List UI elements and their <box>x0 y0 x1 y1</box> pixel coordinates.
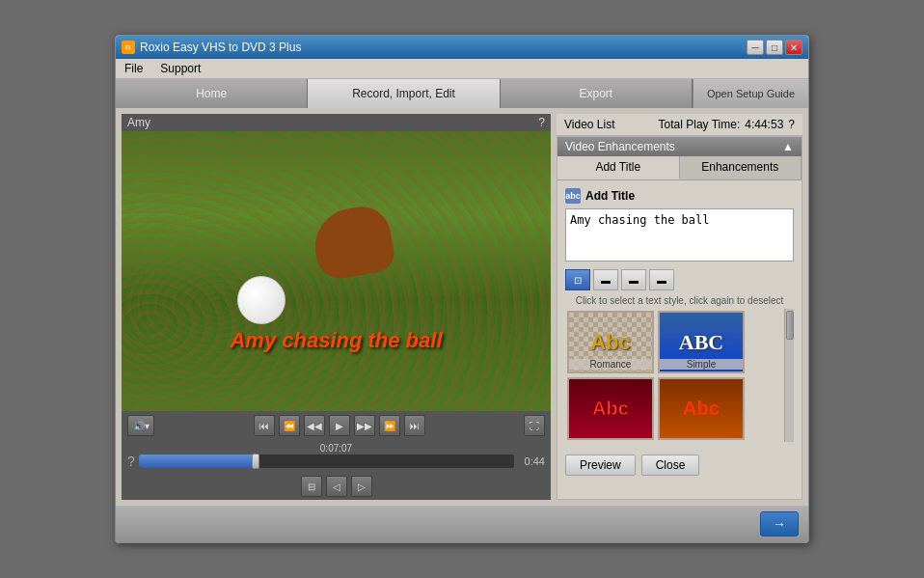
maximize-button[interactable]: □ <box>766 40 783 55</box>
simple-content: ABC <box>660 313 743 372</box>
next-icon: → <box>773 516 786 532</box>
title-controls: ─ □ ✕ <box>747 40 802 55</box>
click-hint: Click to select a text style, click agai… <box>565 295 794 306</box>
enhancements-tabs: Add Title Enhancements <box>557 156 802 180</box>
style4-content: Abc <box>660 379 743 438</box>
tab-record-import-edit[interactable]: Record, Import, Edit <box>308 79 500 108</box>
fwd-frame-button[interactable]: ⏩ <box>379 415 400 436</box>
window-title: Roxio Easy VHS to DVD 3 Plus <box>140 41 301 54</box>
total-play-time-value: 4:44:53 <box>745 118 783 131</box>
skip-fwd-button[interactable]: ⏭ <box>404 415 425 436</box>
ball <box>237 276 285 324</box>
video-help-icon[interactable]: ? <box>538 116 545 129</box>
tab-add-title[interactable]: Add Title <box>557 156 680 179</box>
title-input[interactable]: Amy chasing the ball <box>565 208 794 261</box>
add-title-label: Add Title <box>585 189 635 203</box>
open-setup-guide-button[interactable]: Open Setup Guide <box>693 79 808 108</box>
right-panel: Video List Total Play Time: 4:44:53 ? Vi… <box>557 114 802 500</box>
minimize-button[interactable]: ─ <box>747 40 764 55</box>
style3-content: Abc <box>569 379 652 438</box>
chapter-fwd-button[interactable]: ▷ <box>351 476 372 497</box>
close-button[interactable]: ✕ <box>785 40 802 55</box>
style-grid: Abc Romance ABC S <box>565 309 784 442</box>
add-title-header: abc Add Title <box>565 188 794 204</box>
collapse-icon[interactable]: ▲ <box>782 140 794 153</box>
position-buttons: ⊡ ▬ ▬ ▬ <box>565 269 794 290</box>
tab-home[interactable]: Home <box>116 79 308 108</box>
menu-bar: File Support <box>116 59 808 79</box>
chapter-back-button[interactable]: ◁ <box>326 476 347 497</box>
forward-button[interactable]: ▶▶ <box>354 415 375 436</box>
app-icon: R <box>122 41 135 54</box>
next-button[interactable]: → <box>760 511 799 537</box>
style-card-romance[interactable]: Abc Romance <box>567 311 654 373</box>
position-top-center[interactable]: ▬ <box>593 269 618 290</box>
preview-button[interactable]: Preview <box>565 454 636 476</box>
bottom-controls: ⊟ ◁ ▷ <box>122 473 551 500</box>
timeline-help-icon[interactable]: ? <box>127 454 135 469</box>
title-bar: R Roxio Easy VHS to DVD 3 Plus ─ □ ✕ <box>116 36 808 59</box>
enhancements-header: Video Enhancements ▲ <box>557 137 802 156</box>
romance-abc: Abc <box>590 330 631 355</box>
style-card-3[interactable]: Abc <box>567 377 654 440</box>
video-controls-bar: 🔊▾ ⏮ ⏪ ◀◀ ▶ ▶▶ ⏩ ⏭ ⛶ <box>122 411 551 440</box>
video-list-header: Video List Total Play Time: 4:44:53 ? <box>557 114 802 136</box>
video-display: Amy chasing the ball <box>122 131 551 411</box>
style-cards-container: Abc Romance ABC S <box>565 309 784 442</box>
add-title-section: abc Add Title Amy chasing the ball ⊡ ▬ ▬… <box>557 180 802 450</box>
main-window: R Roxio Easy VHS to DVD 3 Plus ─ □ ✕ Fil… <box>115 35 809 543</box>
close-panel-button[interactable]: Close <box>641 454 700 476</box>
volume-button[interactable]: 🔊▾ <box>127 415 154 436</box>
time-display: 0:07:07 <box>127 442 545 454</box>
timeline-bar[interactable] <box>139 454 514 468</box>
romance-content: Abc <box>569 313 652 372</box>
enhancements-title: Video Enhancements <box>565 140 675 153</box>
total-play-time-label: Total Play Time: <box>659 118 741 131</box>
position-top-left[interactable]: ⊡ <box>565 269 590 290</box>
video-label: Amy <box>127 116 150 129</box>
panel-footer: Preview Close <box>557 450 802 481</box>
add-title-icon-text: abc <box>565 191 581 201</box>
video-overlay-text: Amy chasing the ball <box>230 328 442 353</box>
style-card-4[interactable]: Abc <box>658 377 745 440</box>
position-bottom-center[interactable]: ▬ <box>621 269 646 290</box>
simple-abc: ABC <box>679 330 723 355</box>
add-title-icon: abc <box>565 188 581 204</box>
tab-enhancements[interactable]: Enhancements <box>680 156 802 179</box>
menu-file[interactable]: File <box>122 61 146 76</box>
title-bar-left: R Roxio Easy VHS to DVD 3 Plus <box>122 41 301 54</box>
video-list-help-icon[interactable]: ? <box>788 118 795 131</box>
main-content: Amy ? Amy chasing the ball 🔊▾ ⏮ ⏪ ◀◀ <box>116 108 808 506</box>
video-header: Amy ? <box>122 114 551 131</box>
timeline-row: ? 0:44 <box>127 454 545 469</box>
style4-abc: Abc <box>683 398 720 420</box>
enhancements-panel: Video Enhancements ▲ Add Title Enhanceme… <box>557 136 802 500</box>
fullscreen-button[interactable]: ⛶ <box>524 415 545 436</box>
video-panel: Amy ? Amy chasing the ball 🔊▾ ⏮ ⏪ ◀◀ <box>122 114 551 500</box>
nav-tabs: Home Record, Import, Edit Export Open Se… <box>116 79 808 108</box>
position-bottom-right[interactable]: ▬ <box>649 269 674 290</box>
menu-support[interactable]: Support <box>157 61 204 76</box>
style-row: Abc Romance ABC S <box>565 309 794 442</box>
skip-back-button[interactable]: ⏮ <box>254 415 275 436</box>
style3-abc: Abc <box>592 398 629 420</box>
back-frame-button[interactable]: ⏪ <box>279 415 300 436</box>
rewind-button[interactable]: ◀◀ <box>304 415 325 436</box>
style-scrollbar <box>784 309 794 442</box>
scrollbar-thumb[interactable] <box>786 311 794 340</box>
timeline-area: 0:07:07 ? 0:44 <box>122 440 551 473</box>
tab-export[interactable]: Export <box>501 79 693 108</box>
bottom-nav: → <box>116 506 808 542</box>
subtitle-button[interactable]: ⊟ <box>301 476 322 497</box>
style-card-simple[interactable]: ABC Simple <box>658 311 745 373</box>
play-button[interactable]: ▶ <box>329 415 350 436</box>
timeline-end-time: 0:44 <box>518 455 545 467</box>
video-list-label: Video List <box>564 118 614 131</box>
